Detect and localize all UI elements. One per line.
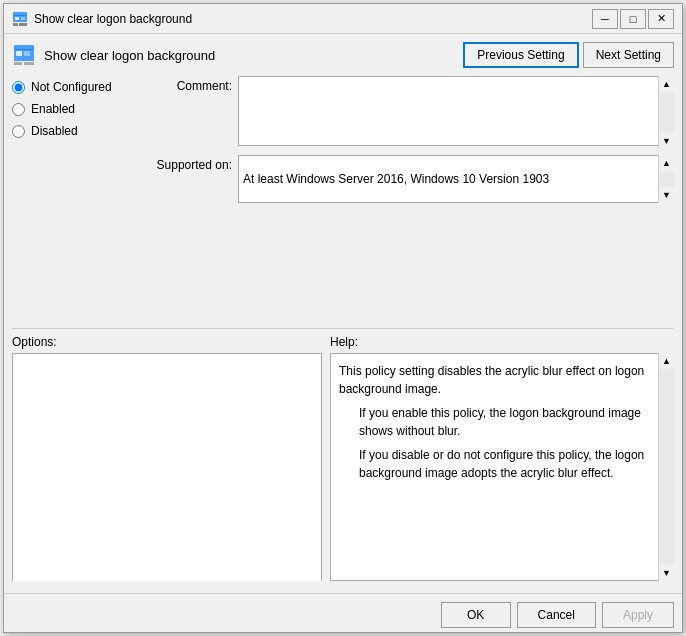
not-configured-radio[interactable]: Not Configured <box>12 80 134 94</box>
supported-row: Supported on: At least Windows Server 20… <box>142 155 674 203</box>
enabled-radio[interactable]: Enabled <box>12 102 134 116</box>
supported-wrap: At least Windows Server 2016, Windows 10… <box>238 155 674 203</box>
comment-label: Comment: <box>142 76 232 93</box>
not-configured-input[interactable] <box>12 81 25 94</box>
supported-value: At least Windows Server 2016, Windows 10… <box>238 155 674 203</box>
radio-group: Not Configured Enabled Disabled <box>12 80 134 138</box>
svg-rect-2 <box>15 17 19 20</box>
svg-rect-3 <box>21 17 25 20</box>
minimize-button[interactable]: ─ <box>592 9 618 29</box>
window-icon <box>12 11 28 27</box>
main-area: Not Configured Enabled Disabled Comm <box>12 76 674 322</box>
svg-rect-11 <box>24 62 34 65</box>
svg-rect-4 <box>13 23 18 26</box>
help-para2: If you enable this policy, the logon bac… <box>359 404 653 440</box>
svg-rect-9 <box>24 51 30 56</box>
ok-button[interactable]: OK <box>441 602 511 628</box>
not-configured-label: Not Configured <box>31 80 112 94</box>
title-bar-text: Show clear logon background <box>34 12 592 26</box>
help-content: This policy setting disables the acrylic… <box>330 353 674 581</box>
svg-rect-7 <box>14 49 34 50</box>
previous-setting-button[interactable]: Previous Setting <box>463 42 578 68</box>
policy-title: Show clear logon background <box>44 48 455 63</box>
title-bar: Show clear logon background ─ □ ✕ <box>4 4 682 34</box>
bottom-section: Options: Help: This policy setting disab… <box>12 335 674 581</box>
disabled-radio[interactable]: Disabled <box>12 124 134 138</box>
left-panel: Not Configured Enabled Disabled <box>12 76 142 322</box>
supported-label: Supported on: <box>142 155 232 172</box>
main-window: Show clear logon background ─ □ ✕ Show c… <box>3 3 683 633</box>
disabled-label: Disabled <box>31 124 78 138</box>
comment-row: Comment: ▲ ▼ <box>142 76 674 149</box>
footer: OK Cancel Apply <box>4 593 682 632</box>
help-section: Help: This policy setting disables the a… <box>322 335 674 581</box>
svg-rect-5 <box>19 23 27 26</box>
svg-rect-1 <box>13 15 27 16</box>
nav-buttons: Previous Setting Next Setting <box>463 42 674 68</box>
enabled-input[interactable] <box>12 103 25 116</box>
title-bar-controls: ─ □ ✕ <box>592 9 674 29</box>
apply-button[interactable]: Apply <box>602 602 674 628</box>
help-label: Help: <box>330 335 674 349</box>
options-section: Options: <box>12 335 322 581</box>
disabled-input[interactable] <box>12 125 25 138</box>
help-para3: If you disable or do not configure this … <box>359 446 653 482</box>
maximize-button[interactable]: □ <box>620 9 646 29</box>
help-box-wrap: This policy setting disables the acrylic… <box>330 353 674 581</box>
enabled-label: Enabled <box>31 102 75 116</box>
next-setting-button[interactable]: Next Setting <box>583 42 674 68</box>
options-label: Options: <box>12 335 322 349</box>
comment-textarea[interactable] <box>238 76 674 146</box>
help-para1: This policy setting disables the acrylic… <box>339 362 653 398</box>
cancel-button[interactable]: Cancel <box>517 602 596 628</box>
comment-field-wrap: ▲ ▼ <box>238 76 674 149</box>
content-area: Show clear logon background Previous Set… <box>4 34 682 589</box>
policy-icon <box>12 43 36 67</box>
svg-rect-8 <box>16 51 22 56</box>
svg-rect-10 <box>14 62 22 65</box>
close-button[interactable]: ✕ <box>648 9 674 29</box>
header-row: Show clear logon background Previous Set… <box>12 42 674 68</box>
divider <box>12 328 674 329</box>
options-box <box>12 353 322 581</box>
right-panel: Comment: ▲ ▼ Supported on: At least <box>142 76 674 322</box>
